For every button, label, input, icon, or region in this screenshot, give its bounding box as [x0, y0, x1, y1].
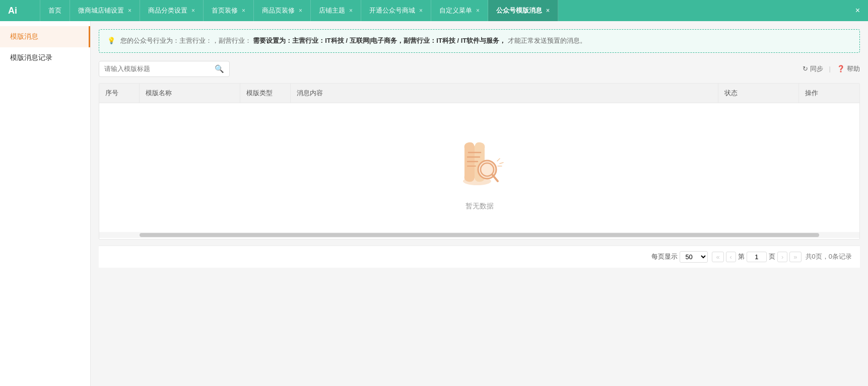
sync-button[interactable]: ↻ 同步: [803, 64, 823, 73]
pagination: 每页显示 50 10 20 100 « ‹ 第 页 › » 共0页，0条记录: [99, 246, 860, 268]
tab-close-open-mall[interactable]: ×: [419, 7, 423, 14]
empty-state: 暂无数据: [99, 103, 859, 231]
col-header-action: 操作: [799, 84, 859, 103]
tab-product-decor[interactable]: 商品页装修×: [254, 0, 311, 21]
tab-home[interactable]: 首页: [40, 0, 70, 21]
notice-icon: 💡: [107, 37, 115, 44]
total-text: 共0页，0条记录: [806, 252, 852, 261]
col-header-name: 模版名称: [140, 84, 240, 103]
tab-close-home-decor[interactable]: ×: [242, 7, 245, 14]
sidebar-item-template-message-record[interactable]: 模版消息记录: [0, 47, 90, 68]
tab-close-template-msg[interactable]: ×: [546, 7, 550, 14]
page-nav: « ‹ 第 页 › »: [712, 252, 801, 262]
sidebar-item-template-message[interactable]: 模版消息: [0, 26, 90, 47]
empty-illustration: [449, 133, 510, 194]
table-wrap: 序号 模版名称 模版类型 消息内容 状态 操作: [99, 83, 860, 240]
sidebar: 模版消息模版消息记录: [0, 21, 91, 386]
notice-prefix: 您的公众号行业为：主营行业：，副营行业：: [120, 37, 251, 44]
page-label: 页: [769, 252, 775, 261]
content-area: 💡 您的公众号行业为：主营行业：，副营行业： 需要设置为：主营行业：IT科技 /…: [91, 21, 868, 386]
svg-line-8: [497, 159, 500, 161]
divider: |: [829, 65, 831, 72]
tab-shop-theme[interactable]: 店铺主题×: [311, 0, 361, 21]
table-header: 序号 模版名称 模版类型 消息内容 状态 操作: [99, 84, 859, 103]
first-page-button[interactable]: «: [712, 252, 723, 262]
close-all-button[interactable]: ×: [847, 6, 868, 15]
tab-bar: Ai 首页微商城店铺设置×商品分类设置×首页装修×商品页装修×店铺主题×开通公众…: [0, 0, 868, 21]
col-header-seq: 序号: [99, 84, 140, 103]
table-scrollbar-thumb[interactable]: [140, 233, 819, 237]
refresh-icon: ↻: [803, 65, 808, 72]
page-size-dropdown[interactable]: 50 10 20 100: [680, 251, 708, 263]
tab-open-mall[interactable]: 开通公众号商城×: [361, 0, 431, 21]
col-header-type: 模版类型: [240, 84, 291, 103]
table-scrollbar[interactable]: [99, 232, 859, 238]
tab-template-msg[interactable]: 公众号模版消息×: [488, 0, 558, 21]
col-header-status: 状态: [718, 84, 799, 103]
search-input[interactable]: [99, 62, 210, 75]
prev-page-button[interactable]: ‹: [726, 252, 736, 262]
goto-label: 第: [738, 252, 745, 261]
tab-custom-menu[interactable]: 自定义菜单×: [431, 0, 488, 21]
svg-line-9: [500, 163, 503, 164]
notice-suffix: 才能正常发送预置的消息。: [508, 37, 586, 44]
help-icon: ❓: [837, 65, 845, 72]
col-header-content: 消息内容: [291, 84, 718, 103]
last-page-button[interactable]: »: [789, 252, 801, 262]
help-label: 帮助: [847, 64, 860, 73]
tab-close-shop-theme[interactable]: ×: [349, 7, 353, 14]
page-size-select: 每页显示 50 10 20 100: [651, 251, 708, 263]
page-input[interactable]: [747, 252, 767, 262]
page-size-label: 每页显示: [651, 252, 678, 261]
main-layout: 模版消息模版消息记录 💡 您的公众号行业为：主营行业：，副营行业： 需要设置为：…: [0, 21, 868, 386]
search-input-wrap: 🔍: [99, 61, 230, 77]
notice-banner: 💡 您的公众号行业为：主营行业：，副营行业： 需要设置为：主营行业：IT科技 /…: [99, 29, 860, 53]
tab-close-product-category[interactable]: ×: [191, 7, 195, 14]
tab-close-micro-shop[interactable]: ×: [128, 7, 131, 14]
notice-highlight: 需要设置为：主营行业：IT科技 / 互联网|电子商务，副营行业：IT科技 / I…: [253, 37, 506, 44]
help-button[interactable]: ❓ 帮助: [837, 64, 860, 73]
search-right: ↻ 同步 | ❓ 帮助: [803, 64, 860, 73]
tab-micro-shop[interactable]: 微商城店铺设置×: [70, 0, 140, 21]
tab-home-decor[interactable]: 首页装修×: [204, 0, 254, 21]
search-button[interactable]: 🔍: [210, 61, 229, 76]
sync-label: 同步: [810, 64, 823, 73]
logo: Ai: [0, 0, 40, 21]
tab-close-product-decor[interactable]: ×: [299, 7, 302, 14]
next-page-button[interactable]: ›: [777, 252, 787, 262]
empty-text: 暂无数据: [465, 202, 494, 211]
svg-line-7: [493, 175, 498, 181]
search-bar: 🔍 ↻ 同步 | ❓ 帮助: [99, 61, 860, 77]
tab-close-custom-menu[interactable]: ×: [476, 7, 480, 14]
tab-product-category[interactable]: 商品分类设置×: [140, 0, 204, 21]
